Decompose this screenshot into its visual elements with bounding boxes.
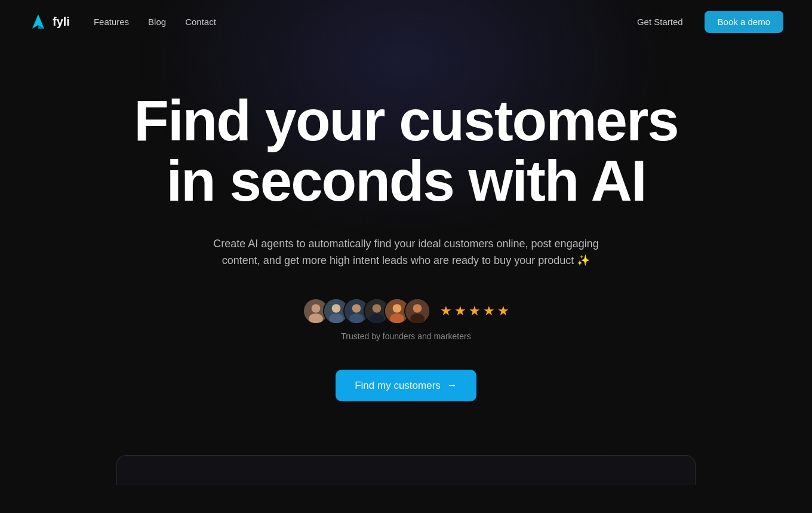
hero-title: Find your customers in seconds with AI bbox=[134, 91, 678, 211]
hero-section: Find your customers in seconds with AI C… bbox=[0, 43, 812, 437]
nav-link-contact[interactable]: Contact bbox=[185, 17, 216, 27]
avatars-group bbox=[303, 298, 430, 324]
book-demo-button[interactable]: Book a demo bbox=[705, 11, 783, 33]
nav-link-blog[interactable]: Blog bbox=[148, 17, 166, 27]
svg-point-6 bbox=[332, 304, 341, 313]
get-started-button[interactable]: Get Started bbox=[628, 12, 693, 32]
logo-text: fyli bbox=[53, 15, 70, 29]
social-proof: ★ ★ ★ ★ ★ Trusted by founders and market… bbox=[303, 298, 509, 341]
hero-title-line2: in seconds with AI bbox=[166, 149, 645, 213]
svg-point-12 bbox=[373, 304, 382, 313]
svg-point-18 bbox=[413, 304, 422, 313]
svg-point-13 bbox=[370, 314, 384, 324]
cta-section: Find my customers → bbox=[336, 370, 476, 401]
avatar-face-6 bbox=[405, 298, 429, 324]
avatars-stars-row: ★ ★ ★ ★ ★ bbox=[303, 298, 509, 324]
bottom-section bbox=[0, 449, 812, 485]
svg-point-15 bbox=[393, 304, 402, 313]
hero-subtitle: Create AI agents to automatically find y… bbox=[197, 235, 615, 270]
svg-point-10 bbox=[349, 314, 364, 324]
star-1: ★ bbox=[440, 303, 452, 319]
bottom-card-hint bbox=[116, 455, 696, 485]
cta-label: Find my customers bbox=[355, 380, 441, 392]
star-4: ★ bbox=[483, 303, 495, 319]
svg-point-4 bbox=[309, 314, 323, 324]
trusted-text: Trusted by founders and marketers bbox=[341, 331, 470, 341]
logo-icon bbox=[29, 12, 48, 31]
cta-arrow: → bbox=[447, 379, 457, 392]
nav-links: Features Blog Contact bbox=[94, 17, 216, 27]
logo[interactable]: fyli bbox=[29, 12, 70, 31]
nav-link-features[interactable]: Features bbox=[94, 17, 129, 27]
svg-point-19 bbox=[410, 314, 425, 324]
star-5: ★ bbox=[497, 303, 509, 319]
navbar: fyli Features Blog Contact Get Started B… bbox=[0, 0, 812, 43]
nav-left: fyli Features Blog Contact bbox=[29, 12, 216, 31]
svg-point-9 bbox=[352, 304, 361, 313]
star-3: ★ bbox=[469, 303, 481, 319]
svg-point-7 bbox=[329, 314, 343, 324]
nav-right: Get Started Book a demo bbox=[628, 11, 783, 33]
star-2: ★ bbox=[454, 303, 466, 319]
avatar-6 bbox=[404, 298, 430, 324]
find-customers-button[interactable]: Find my customers → bbox=[336, 370, 476, 401]
svg-point-16 bbox=[390, 314, 404, 324]
hero-title-line1: Find your customers bbox=[134, 88, 678, 152]
svg-point-3 bbox=[312, 304, 321, 313]
stars-group: ★ ★ ★ ★ ★ bbox=[440, 303, 509, 319]
